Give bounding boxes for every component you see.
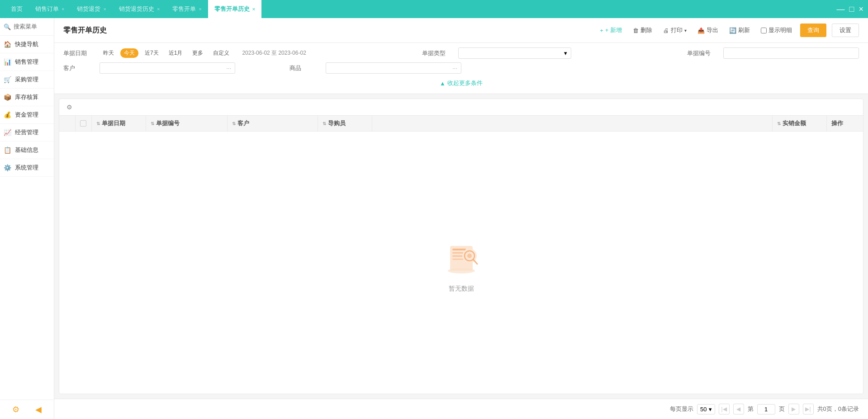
sidebar-search[interactable]: 🔍 搜索菜单 (0, 18, 54, 36)
settings-button[interactable]: 设置 (832, 24, 859, 37)
col-no[interactable]: ⇅ 单据编号 (146, 116, 228, 131)
date-btn-自定义[interactable]: 自定义 (209, 48, 233, 58)
main-layout: 🔍 搜索菜单 🏠快捷导航📊销售管理🛒采购管理📦库存核算💰资金管理📈经营管理📋基础… (0, 18, 868, 419)
sidebar-item-operations[interactable]: 📈经营管理 (0, 124, 54, 141)
col-amount-sort-icon: ⇅ (777, 121, 781, 126)
date-btn-今天[interactable]: 今天 (120, 48, 138, 58)
tab-retail-open-history[interactable]: 零售开单历史× (208, 0, 261, 18)
date-btn-近7天[interactable]: 近7天 (141, 48, 162, 58)
content-area: 零售开单历史 + + 新增 🗑 删除 🖨 打印 ▾ 📤 导出 (54, 18, 868, 419)
search-icon: 🔍 (4, 24, 11, 30)
col-action: 操作 (827, 116, 863, 131)
tab-sales-return-history[interactable]: 销货退货历史× (113, 0, 166, 18)
sidebar-search-label: 搜索菜单 (14, 23, 37, 31)
table-container: ⚙ ⇅ 单据日期 ⇅ 单据编号 ⇅ 客户 (59, 99, 863, 394)
print-button[interactable]: 🖨 打印 ▾ (660, 24, 689, 36)
sidebar: 🔍 搜索菜单 🏠快捷导航📊销售管理🛒采购管理📦库存核算💰资金管理📈经营管理📋基础… (0, 18, 54, 419)
col-settings (59, 116, 76, 131)
query-button[interactable]: 查询 (800, 24, 826, 37)
sidebar-icon-finance: 💰 (4, 111, 11, 118)
prev-page-button[interactable]: ◀ (733, 404, 744, 414)
sidebar-item-finance[interactable]: 💰资金管理 (0, 106, 54, 124)
add-button[interactable]: + + 新增 (597, 24, 625, 36)
tab-home[interactable]: 首页 (5, 0, 29, 18)
page-size-select[interactable]: 50 ▾ (697, 404, 715, 414)
col-spacer (372, 116, 773, 131)
col-guide[interactable]: ⇅ 导购员 (318, 116, 372, 131)
col-no-sort-icon: ⇅ (151, 121, 154, 126)
col-date-label: 单据日期 (102, 119, 125, 127)
sidebar-item-system-mgmt[interactable]: ⚙️系统管理 (0, 159, 54, 177)
col-guide-label: 导购员 (328, 119, 346, 127)
page-title: 零售开单历史 (63, 26, 107, 35)
col-no-label: 单据编号 (156, 119, 180, 127)
select-all-checkbox[interactable] (80, 120, 86, 127)
date-btn-更多[interactable]: 更多 (189, 48, 207, 58)
collapse-sidebar-icon[interactable]: ◀ (35, 405, 42, 414)
page-total-label: 共0页，0条记录 (817, 405, 859, 413)
refresh-button[interactable]: 🔄 刷新 (726, 24, 753, 36)
sidebar-label-system-mgmt: 系统管理 (15, 164, 38, 172)
date-label: 单据日期 (63, 49, 90, 57)
empty-illustration (439, 232, 484, 278)
tab-close-sales-order[interactable]: × (62, 6, 64, 12)
goods-dots[interactable]: ··· (452, 65, 457, 71)
tab-close-retail-open[interactable]: × (199, 6, 201, 12)
export-icon: 📤 (697, 27, 705, 34)
settings-bottom-icon[interactable]: ⚙ (12, 405, 19, 414)
sidebar-icon-operations: 📈 (4, 129, 11, 136)
first-page-button[interactable]: |◀ (719, 404, 730, 414)
tab-sales-return[interactable]: 销货退货× (71, 0, 112, 18)
goods-input-area[interactable]: ··· (326, 62, 461, 74)
tab-close-retail-open-history[interactable]: × (252, 6, 255, 12)
tab-close-sales-return[interactable]: × (103, 6, 106, 12)
sidebar-icon-inventory: 📦 (4, 94, 11, 101)
date-btn-昨天[interactable]: 昨天 (100, 48, 118, 58)
date-range-display: 2023-06-02 至 2023-06-02 (242, 49, 306, 57)
svg-point-9 (467, 254, 472, 258)
last-page-button[interactable]: ▶| (803, 404, 814, 414)
tab-close-sales-return-history[interactable]: × (157, 6, 160, 12)
sidebar-item-sales-mgmt[interactable]: 📊销售管理 (0, 53, 54, 71)
col-amount[interactable]: ⇅ 实销金额 (773, 116, 827, 131)
doc-no-input[interactable] (723, 47, 859, 59)
collapse-button[interactable]: ▲ 收起更多条件 (63, 77, 859, 89)
empty-text: 暂无数据 (449, 285, 474, 293)
col-customer-sort-icon: ⇅ (232, 121, 236, 126)
customer-input-area[interactable]: ··· (100, 62, 235, 74)
sidebar-item-quick-nav[interactable]: 🏠快捷导航 (0, 36, 54, 53)
sidebar-item-purchase-mgmt[interactable]: 🛒采购管理 (0, 71, 54, 89)
doc-type-select[interactable]: ▾ (458, 47, 571, 59)
next-page-button[interactable]: ▶ (788, 404, 799, 414)
display-detail-checkbox[interactable] (761, 28, 767, 33)
sidebar-icon-sales-mgmt: 📊 (4, 58, 11, 66)
table-settings-icon[interactable]: ⚙ (64, 103, 75, 112)
date-btn-近1月[interactable]: 近1月 (165, 48, 186, 58)
close-window-icon[interactable]: × (859, 5, 863, 14)
svg-line-8 (474, 260, 477, 264)
add-icon: + (600, 27, 603, 34)
maximize-icon[interactable]: □ (849, 5, 854, 14)
col-customer-label: 客户 (237, 119, 249, 127)
page-suffix-label: 页 (779, 405, 785, 413)
export-button[interactable]: 📤 导出 (695, 24, 721, 36)
export-label: 导出 (707, 26, 718, 34)
minimize-icon[interactable]: — (837, 5, 845, 14)
display-detail-button[interactable]: 显示明细 (758, 24, 795, 36)
customer-dots[interactable]: ··· (226, 65, 231, 71)
sidebar-label-quick-nav: 快捷导航 (15, 40, 38, 48)
delete-button[interactable]: 🗑 删除 (630, 24, 655, 36)
doc-type-chevron-icon: ▾ (564, 50, 567, 56)
sidebar-item-basic-info[interactable]: 📋基础信息 (0, 141, 54, 159)
col-customer[interactable]: ⇅ 客户 (228, 116, 318, 131)
col-date[interactable]: ⇅ 单据日期 (92, 116, 146, 131)
page-input[interactable] (757, 404, 775, 414)
page-size-value: 50 (700, 406, 707, 413)
page-prefix-label: 第 (748, 405, 754, 413)
sidebar-item-inventory[interactable]: 📦库存核算 (0, 89, 54, 106)
col-amount-label: 实销金额 (783, 119, 806, 127)
tab-retail-open[interactable]: 零售开单× (166, 0, 208, 18)
filter-date-buttons: 昨天今天近7天近1月更多自定义 (100, 48, 233, 58)
tab-sales-order[interactable]: 销售订单× (29, 0, 71, 18)
sidebar-label-purchase-mgmt: 采购管理 (15, 75, 38, 84)
